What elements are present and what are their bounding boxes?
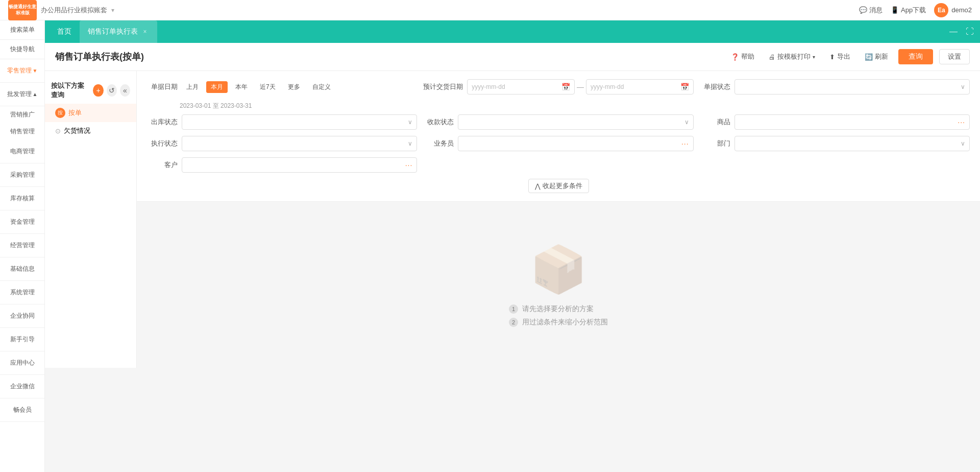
page-actions: ❓ 帮助 🖨 按模板打印 ▾ ⬆ 导出 🔄 刷新 (727, 49, 970, 64)
sidebar-item-wholesale[interactable]: 批发管理 ▲ (0, 83, 44, 106)
sidebar-item-sales[interactable]: 销售管理 (0, 123, 44, 140)
status-label: 单据状态 (700, 82, 730, 91)
sidebar-item-marketing[interactable]: 营销推广 (0, 106, 44, 123)
sidebar-item-inventory[interactable]: 库存核算 (0, 187, 44, 210)
tab-close-icon[interactable]: × (141, 28, 149, 36)
customer-dots-icon: ··· (405, 161, 413, 169)
sidebar-item-finance[interactable]: 资金管理 (0, 210, 44, 234)
sidebar-item-basic[interactable]: 基础信息 (0, 257, 44, 281)
logo-text: 畅捷通好生意 (9, 4, 36, 10)
date-btn-custom[interactable]: 自定义 (308, 81, 335, 93)
minimize-button[interactable]: — (947, 25, 960, 38)
filter-customer: 客户 ··· (147, 157, 417, 173)
salesperson-label: 业务员 (423, 139, 454, 148)
scheme-debt-icon: ⊙ (55, 127, 61, 135)
sidebar-item-purchase[interactable]: 采购管理 (0, 163, 44, 187)
app-download-button[interactable]: 📱 App下载 (891, 6, 926, 15)
app-title-arrow[interactable]: ▾ (111, 7, 114, 14)
date-label: 单据日期 (147, 82, 178, 91)
sidebar-item-enterprise[interactable]: 企业协同 (0, 304, 44, 328)
help-icon: ❓ (731, 53, 739, 61)
logo-subtext: 标准版 (16, 10, 30, 16)
date-from-placeholder: yyyy-mm-dd (472, 83, 505, 90)
date-btn-this-month[interactable]: 本月 (206, 81, 228, 93)
receipt-status-input[interactable]: ∨ (458, 114, 693, 130)
sidebar: 搜索菜单 快捷导航 零售管理 ▼ 批发管理 ▲ 营销推广 销售管理 电商管理 采… (0, 20, 45, 472)
empty-illustration: 📦 (530, 243, 587, 296)
help-label: 帮助 (741, 52, 754, 61)
date-btn-more[interactable]: 更多 (283, 81, 305, 93)
user-menu[interactable]: Ea demo2 (934, 3, 972, 17)
refresh-label: 刷新 (875, 52, 888, 61)
tip-1-text: 请先选择要分析的方案 (522, 304, 594, 314)
message-button[interactable]: 💬 消息 (859, 6, 883, 15)
exec-status-input[interactable]: ∨ (182, 136, 417, 151)
main-body: 按以下方案查询 + ↺ « 按 按单 ⊙ 欠货情况 (45, 71, 980, 368)
expected-date-label: 预计交货日期 (423, 82, 463, 91)
maximize-button[interactable]: ⛶ (964, 25, 976, 38)
top-bar-left: 畅捷通好生意 标准版 办公用品行业模拟账套 ▾ (8, 0, 114, 20)
sidebar-search-menu[interactable]: 搜索菜单 (0, 20, 44, 40)
empty-state: 📦 1 请先选择要分析的方案 2 用过滤条件来缩小分析范围 (137, 202, 980, 368)
sidebar-item-system[interactable]: 系统管理 (0, 281, 44, 304)
customer-input[interactable]: ··· (182, 157, 417, 173)
date-from-input[interactable]: yyyy-mm-dd 📅 (467, 79, 575, 95)
date-btn-last-month[interactable]: 上月 (182, 81, 203, 93)
export-button[interactable]: ⬆ 导出 (825, 50, 854, 63)
filter-row-4: 客户 ··· (147, 157, 970, 173)
tab-bar: 首页 销售订单执行表 × — ⛶ (45, 20, 980, 43)
product-input[interactable]: ··· (734, 114, 970, 130)
template-print-button[interactable]: 🖨 按模板打印 ▾ (765, 50, 819, 63)
settings-button[interactable]: 设置 (939, 49, 970, 64)
calendar-to-icon[interactable]: 📅 (680, 83, 689, 91)
refresh-scheme-button[interactable]: ↺ (107, 84, 117, 97)
side-scheme-panel: 按以下方案查询 + ↺ « 按 按单 ⊙ 欠货情况 (45, 71, 137, 368)
dept-input[interactable]: ∨ (734, 136, 970, 151)
salesperson-input[interactable]: ··· (458, 136, 693, 151)
filter-receipt-status: 收款状态 ∨ (423, 114, 693, 130)
help-button[interactable]: ❓ 帮助 (727, 50, 758, 63)
sidebar-item-member[interactable]: 畅会员 (0, 398, 44, 422)
filter-empty-3 (700, 157, 970, 173)
refresh-button[interactable]: 🔄 刷新 (861, 50, 892, 63)
active-tab-label: 销售订单执行表 (88, 27, 138, 36)
sidebar-item-newbie[interactable]: 新手引导 (0, 328, 44, 351)
add-scheme-button[interactable]: + (93, 84, 103, 97)
status-input[interactable]: ∨ (734, 79, 970, 95)
dept-arrow-icon: ∨ (961, 140, 965, 147)
scheme-item-debt[interactable]: ⊙ 欠货情况 (45, 122, 136, 139)
print-icon: 🖨 (769, 53, 775, 61)
page-content: 销售订单执行表(按单) ❓ 帮助 🖨 按模板打印 ▾ ⬆ 导出 (45, 43, 980, 472)
salesperson-dots-icon: ··· (681, 139, 689, 148)
sidebar-item-ecommerce[interactable]: 电商管理 (0, 140, 44, 163)
date-btn-this-year[interactable]: 本年 (231, 81, 252, 93)
out-status-input[interactable]: ∨ (182, 114, 417, 130)
tab-bar-actions: — ⛶ (947, 25, 976, 38)
sidebar-item-wechat[interactable]: 企业微信 (0, 375, 44, 398)
refresh-icon: 🔄 (865, 53, 873, 61)
sidebar-item-operations[interactable]: 经营管理 (0, 234, 44, 257)
sidebar-item-apps[interactable]: 应用中心 (0, 351, 44, 375)
message-icon: 💬 (859, 6, 867, 14)
top-bar-right: 💬 消息 📱 App下载 Ea demo2 (859, 3, 972, 17)
query-button[interactable]: 查询 (898, 49, 933, 64)
sidebar-item-retail[interactable]: 零售管理 ▼ (0, 59, 44, 83)
home-tab-label: 首页 (57, 27, 71, 36)
filter-row-3: 执行状态 ∨ 业务员 ··· (147, 136, 970, 151)
filter-dept: 部门 ∨ (700, 136, 970, 151)
download-icon: 📱 (891, 6, 899, 14)
collapse-button[interactable]: ⋀ 收起更多条件 (528, 179, 589, 193)
date-btn-7days[interactable]: 近7天 (255, 81, 280, 93)
calendar-from-icon[interactable]: 📅 (561, 83, 570, 91)
exec-status-label: 执行状态 (147, 139, 178, 148)
dept-label: 部门 (700, 139, 730, 148)
content-area: 首页 销售订单执行表 × — ⛶ 销售订单执行表(按单) ❓ 帮助 (45, 20, 980, 472)
date-separator: — (577, 83, 584, 91)
tab-sales-order-exec[interactable]: 销售订单执行表 × (80, 20, 157, 43)
collapse-scheme-button[interactable]: « (120, 84, 130, 97)
out-status-arrow-icon: ∨ (408, 119, 412, 126)
date-to-input[interactable]: yyyy-mm-dd 📅 (586, 79, 694, 95)
tab-home[interactable]: 首页 (49, 20, 80, 43)
sidebar-quick-nav[interactable]: 快捷导航 (0, 40, 44, 59)
scheme-item-order[interactable]: 按 按单 (45, 104, 136, 122)
